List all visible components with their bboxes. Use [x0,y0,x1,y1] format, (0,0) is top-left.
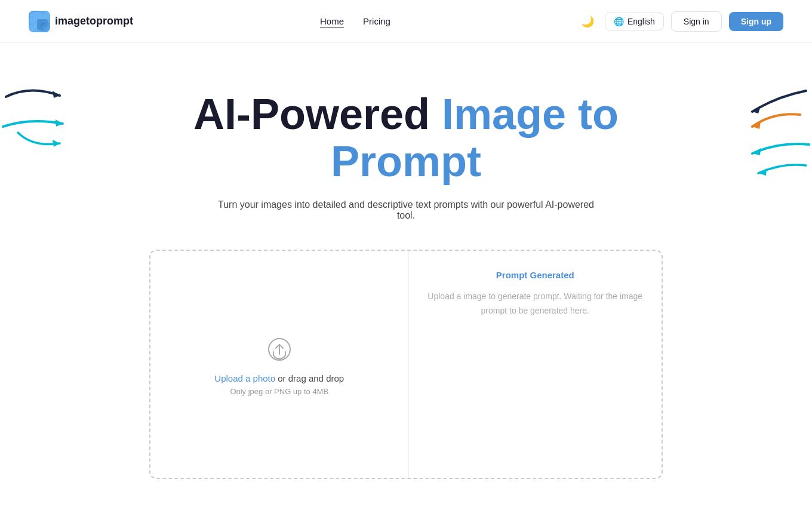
language-label: English [628,17,655,26]
dark-mode-button[interactable]: 🌙 [577,11,598,32]
signin-button[interactable]: Sign in [671,11,722,32]
svg-rect-1 [37,19,48,30]
tool-panel: Upload a photo or drag and drop Only jpe… [149,250,663,479]
globe-icon: 🌐 [614,17,624,26]
upload-hint: Only jpeg or PNG up to 4MB [230,387,328,396]
upload-drag-text: or drag and drop [275,373,344,383]
logo-icon [29,11,50,32]
brand-name: imagetoprompt [55,15,133,27]
output-label: Prompt Generated [426,270,645,280]
hero-title-part3: Prompt [331,137,481,185]
hero-section: AI-Powered Image to Prompt Turn your ima… [0,43,812,513]
upload-icon [264,333,295,364]
hero-subtitle: Turn your images into detailed and descr… [215,199,597,221]
navbar: imagetoprompt Home Pricing 🌙 🌐 English S… [0,0,812,43]
output-panel: Prompt Generated Upload a image to gener… [409,251,662,478]
nav-pricing[interactable]: Pricing [363,16,390,26]
tool-wrapper: Upload a photo or drag and drop Only jpe… [149,250,663,479]
signup-button[interactable]: Sign up [729,12,783,31]
nav-home[interactable]: Home [320,16,344,26]
nav-links: Home Pricing [320,16,390,26]
brand-logo[interactable]: imagetoprompt [29,11,133,32]
upload-panel[interactable]: Upload a photo or drag and drop Only jpe… [150,251,409,478]
moon-icon: 🌙 [581,15,594,28]
upload-prompt-text: Upload a photo or drag and drop [214,373,344,383]
nav-right: 🌙 🌐 English Sign in Sign up [577,11,783,32]
language-button[interactable]: 🌐 English [605,13,664,30]
upload-link[interactable]: Upload a photo [214,373,275,383]
hero-title-part1: AI-Powered [193,90,442,138]
hero-title-part2: Image to [442,90,619,138]
hero-title: AI-Powered Image to Prompt [29,91,783,185]
output-placeholder: Upload a image to generate prompt. Waiti… [426,290,645,318]
